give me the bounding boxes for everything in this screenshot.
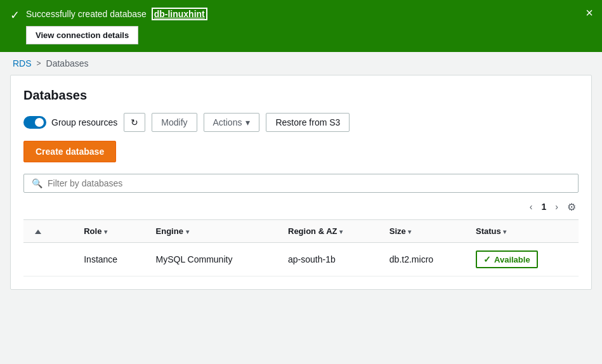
current-page: 1	[542, 202, 547, 212]
banner-content: Successfully created database db-linuxhi…	[26, 8, 592, 44]
group-resources-toggle[interactable]	[23, 116, 46, 129]
status-check-icon: ✓	[483, 254, 491, 264]
region-sort-icon: ▾	[339, 228, 343, 235]
table-row[interactable]: Instance MySQL Community ap-south-1b db.…	[23, 243, 579, 276]
modify-button[interactable]: Modify	[152, 113, 197, 132]
cell-name	[50, 243, 75, 276]
next-page-button[interactable]: ›	[551, 199, 562, 214]
table-settings-button[interactable]: ⚙	[567, 201, 576, 213]
success-banner: ✓ Successfully created database db-linux…	[0, 0, 602, 52]
db-name-link[interactable]: db-linuxhint	[152, 8, 207, 20]
toolbar: Group resources ↻ Modify Actions ▾ Resto…	[23, 113, 579, 132]
databases-table: Role ▾ Engine ▾ Region & AZ ▾ Size ▾ Sta…	[23, 219, 579, 276]
toggle-group: Group resources	[23, 116, 117, 129]
banner-message-prefix: Successfully created database	[26, 9, 147, 19]
search-bar: 🔍	[23, 174, 579, 193]
col-header-status[interactable]: Status ▾	[467, 220, 579, 243]
main-panel: Databases Group resources ↻ Modify Actio…	[10, 75, 592, 290]
check-icon: ✓	[10, 8, 20, 22]
breadcrumb: RDS > Databases	[0, 52, 602, 75]
group-resources-label: Group resources	[51, 117, 117, 127]
role-sort-icon: ▾	[104, 228, 107, 235]
col-header-region[interactable]: Region & AZ ▾	[279, 220, 381, 243]
banner-title: Successfully created database db-linuxhi…	[26, 8, 592, 21]
restore-button[interactable]: Restore from S3	[266, 113, 350, 132]
col-header-role[interactable]: Role ▾	[75, 220, 147, 243]
page-title: Databases	[23, 88, 579, 103]
pagination: ‹ 1 › ⚙	[23, 199, 579, 214]
sort-arrow-icon	[35, 230, 41, 234]
cell-size: db.t2.micro	[381, 243, 467, 276]
search-input[interactable]	[48, 178, 570, 188]
prev-page-button[interactable]: ‹	[526, 199, 537, 214]
col-header-checkbox	[23, 220, 50, 243]
cell-engine: MySQL Community	[147, 243, 279, 276]
col-header-name	[50, 220, 75, 243]
actions-label: Actions	[213, 117, 242, 127]
close-banner-button[interactable]: ×	[586, 6, 593, 19]
breadcrumb-rds-link[interactable]: RDS	[13, 58, 32, 68]
cell-region: ap-south-1b	[279, 243, 381, 276]
search-icon: 🔍	[32, 178, 43, 188]
col-header-size[interactable]: Size ▾	[381, 220, 467, 243]
breadcrumb-separator: >	[37, 59, 41, 68]
cell-role: Instance	[75, 243, 147, 276]
refresh-button[interactable]: ↻	[124, 113, 145, 132]
cell-status: ✓ Available	[467, 243, 579, 276]
cell-checkbox	[23, 243, 50, 276]
size-sort-icon: ▾	[408, 228, 411, 235]
dropdown-icon: ▾	[245, 117, 250, 127]
status-badge: ✓ Available	[476, 250, 538, 268]
status-sort-icon: ▾	[503, 228, 506, 235]
refresh-icon: ↻	[131, 117, 138, 127]
col-header-engine[interactable]: Engine ▾	[147, 220, 279, 243]
engine-sort-icon: ▾	[186, 228, 189, 235]
breadcrumb-current: Databases	[46, 58, 89, 68]
create-database-button[interactable]: Create database	[23, 141, 116, 162]
actions-button[interactable]: Actions ▾	[204, 113, 260, 132]
view-connection-button[interactable]: View connection details	[26, 26, 138, 44]
